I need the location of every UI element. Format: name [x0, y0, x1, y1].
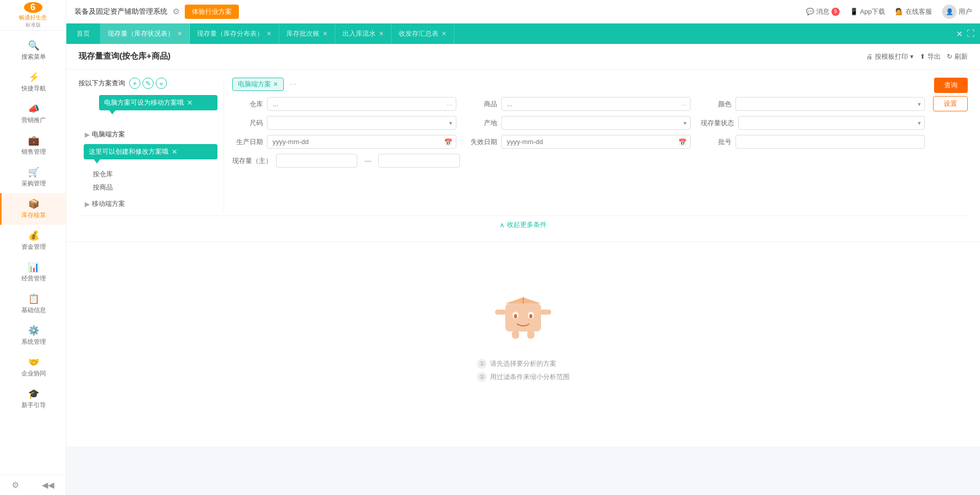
sidebar-item-enterprise[interactable]: 🤝 企业协同 — [0, 351, 66, 383]
tab-summary-label: 收发存汇总表 — [399, 29, 438, 38]
sidebar-item-sales[interactable]: 💼 销售管理 — [0, 130, 66, 161]
tooltip-2-close[interactable]: ✕ — [172, 148, 178, 156]
origin-field: 产地 ▾ — [467, 116, 691, 130]
reset-button[interactable]: 设置 — [933, 96, 968, 111]
stock-status-select-wrap: ▾ — [738, 116, 925, 130]
empty-hint-1: ① 请先选择要分析的方案 — [477, 359, 570, 369]
tab-stock-status[interactable]: 现存量（库存状况表） ✕ — [101, 23, 190, 44]
sidebar-item-marketing[interactable]: 📣 营销推广 — [0, 98, 66, 130]
tab-close-all-btn[interactable]: ✕ — [956, 29, 963, 39]
origin-select[interactable] — [501, 116, 691, 130]
stock-status-select[interactable] — [738, 116, 925, 130]
sidebar-item-label: 新手引导 — [21, 401, 46, 410]
graduate-icon: 🎓 — [28, 388, 39, 399]
list-icon: 📋 — [28, 293, 39, 304]
user-avatar-button[interactable]: 👤 用户 — [942, 5, 972, 19]
sidebar-item-search[interactable]: 🔍 搜索菜单 — [0, 35, 66, 66]
tab-home[interactable]: 首页 — [66, 23, 101, 44]
prod-date-calendar-icon[interactable]: 📅 — [444, 138, 452, 146]
sidebar-item-purchase[interactable]: 🛒 采购管理 — [0, 161, 66, 193]
tab-stock-status-close[interactable]: ✕ — [177, 30, 182, 37]
sidebar-item-label: 资金管理 — [21, 243, 46, 251]
service-icon: 💁 — [895, 8, 903, 15]
prod-date-input[interactable] — [267, 135, 456, 149]
tab-flow-close[interactable]: ✕ — [379, 30, 384, 37]
filter-header: 按以下方案查询 + ✎ « — [79, 78, 217, 89]
page-title: 现存量查询(按仓库+商品) — [79, 51, 170, 62]
filter-row-4: 现存量（主） — — [232, 154, 925, 168]
arrow-icon-mobile: ▶ — [85, 200, 90, 208]
refresh-button[interactable]: ↻ 刷新 — [947, 52, 968, 61]
tooltip-pc-to-mobile: 电脑方案可设为移动方案哦 ✕ — [99, 95, 217, 110]
batch-input[interactable] — [736, 135, 925, 149]
back-scenario-btn[interactable]: « — [156, 78, 167, 89]
sidebar-item-finance[interactable]: 💰 资金管理 — [0, 225, 66, 256]
scenario-mobile-row[interactable]: ▶ 移动端方案 — [79, 196, 217, 211]
sidebar-item-label: 销售管理 — [21, 148, 46, 156]
goods-dots-btn[interactable]: ··· — [681, 100, 687, 108]
content-area: ① 请先选择要分析的方案 ② 用过滤条件来缩小分析范围 — [66, 242, 980, 446]
scenario-pc-row[interactable]: ▶ 电脑端方案 — [79, 127, 217, 142]
trial-button[interactable]: 体验行业方案 — [185, 5, 239, 19]
app-download-button[interactable]: 📱 App下载 — [850, 7, 885, 16]
tabbar-right: ✕ ⛶ — [956, 29, 980, 39]
sidebar-item-business[interactable]: 📊 经营管理 — [0, 256, 66, 288]
collapse-bar[interactable]: ∧ 收起更多条件 — [79, 216, 968, 233]
sidebar-item-guide[interactable]: 🎓 新手引导 — [0, 383, 66, 415]
lightning-icon: ⚡ — [28, 72, 39, 83]
tab-fullscreen-btn[interactable]: ⛶ — [967, 29, 975, 38]
settings-footer-btn[interactable]: ⚙ — [12, 480, 19, 490]
collapse-sidebar-btn[interactable]: ◀◀ — [42, 480, 54, 490]
tab-summary[interactable]: 收发存汇总表 ✕ — [391, 23, 454, 44]
tab-stock-dist-label: 现存量（库存分布表） — [197, 29, 263, 38]
settings-icon[interactable]: ⚙ — [173, 7, 180, 16]
message-button[interactable]: 💬 消息 9 — [806, 7, 840, 16]
scenario-sub-warehouse[interactable]: 按仓库 — [79, 168, 217, 181]
sidebar-item-system[interactable]: ⚙️ 系统管理 — [0, 320, 66, 351]
empty-state: ① 请先选择要分析的方案 ② 用过滤条件来缩小分析范围 — [66, 242, 980, 426]
color-select[interactable] — [736, 97, 925, 111]
scenario-sub-goods[interactable]: 按商品 — [79, 181, 217, 194]
tooltip-1-close[interactable]: ✕ — [187, 99, 193, 107]
tab-batch-close[interactable]: ✕ — [323, 30, 328, 37]
tab-stock-dist[interactable]: 现存量（库存分布表） ✕ — [190, 23, 279, 44]
color-field: 颜色 ▾ — [701, 97, 925, 111]
sidebar-item-label: 搜索菜单 — [21, 53, 46, 61]
warehouse-dots-btn[interactable]: ··· — [447, 100, 452, 108]
add-scenario-btn[interactable]: + — [129, 78, 140, 89]
query-button[interactable]: 查询 — [934, 78, 968, 93]
tab-batch[interactable]: 库存批次账 ✕ — [279, 23, 335, 44]
edit-scenario-btn[interactable]: ✎ — [142, 78, 154, 89]
empty-illustration — [487, 283, 559, 344]
service-label: 在线客服 — [905, 7, 932, 16]
money-icon: 💰 — [28, 230, 39, 241]
hint-text-2: 用过滤条件来缩小分析范围 — [490, 372, 570, 382]
sidebar-item-basic[interactable]: 📋 基础信息 — [0, 288, 66, 320]
expire-date-calendar-icon[interactable]: 📅 — [678, 138, 687, 146]
warehouse-input[interactable] — [267, 97, 456, 111]
expire-date-input[interactable] — [501, 135, 691, 149]
arrow-icon: ▶ — [85, 131, 90, 138]
tooltip-text-1: 电脑方案可设为移动方案哦 — [104, 98, 184, 107]
tab-stock-dist-close[interactable]: ✕ — [266, 30, 272, 37]
tab-summary-close[interactable]: ✕ — [442, 30, 447, 37]
sidebar-item-stock[interactable]: 📦 库存核算 — [0, 193, 66, 225]
size-select[interactable] — [267, 116, 456, 130]
online-service-button[interactable]: 💁 在线客服 — [895, 7, 932, 16]
svg-rect-7 — [540, 310, 551, 315]
warehouse-field: 仓库 ··· — [232, 97, 456, 111]
goods-input[interactable] — [501, 97, 691, 111]
empty-texts: ① 请先选择要分析的方案 ② 用过滤条件来缩小分析范围 — [477, 359, 570, 385]
scenario-panel: 按以下方案查询 + ✎ « 电脑方案可设为移动方案哦 ✕ — [79, 78, 224, 211]
filter-chip-row: 电脑端方案 ✕ ··· — [232, 78, 925, 91]
print-button[interactable]: 🖨 按模板打印 ▾ — [866, 52, 914, 61]
sidebar-item-quicknav[interactable]: ⚡ 快捷导航 — [0, 66, 66, 98]
sidebar-item-label: 快捷导航 — [21, 84, 46, 93]
user-label: 用户 — [959, 7, 972, 16]
tab-flow[interactable]: 出入库流水 ✕ — [335, 23, 391, 44]
export-button[interactable]: ⬆ 导出 — [920, 52, 941, 61]
stock-qty-max[interactable] — [378, 154, 459, 168]
stock-qty-min[interactable] — [276, 154, 357, 168]
chip-close[interactable]: ✕ — [273, 81, 278, 88]
origin-select-wrap: ▾ — [501, 116, 691, 130]
